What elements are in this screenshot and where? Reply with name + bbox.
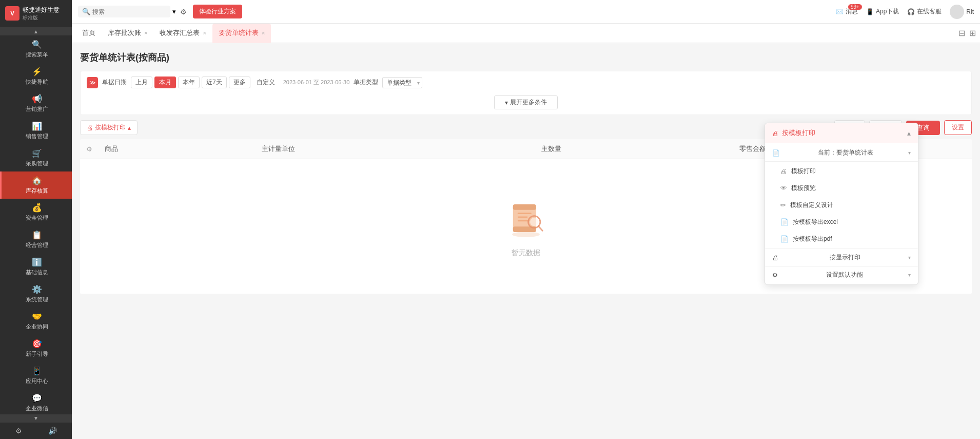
sidebar-item-collab[interactable]: 🤝 企业协同 [0, 308, 72, 335]
export-excel-item[interactable]: 📄 按模板导出excel [765, 214, 918, 231]
sidebar-item-finance[interactable]: 💰 资金管理 [0, 199, 72, 226]
sidebar-item-inventory[interactable]: 🏠 库存核算 [0, 171, 72, 199]
date-btn-thisyear[interactable]: 本年 [178, 77, 200, 88]
sidebar-item-label: 系统管理 [26, 296, 48, 303]
tab-home[interactable]: 首页 [76, 24, 102, 43]
sidebar-audio-btn[interactable]: 🔊 [48, 427, 57, 435]
sidebar-item-sales[interactable]: 📊 销售管理 [0, 117, 72, 144]
inventory-icon: 🏠 [32, 176, 42, 185]
message-btn[interactable]: ✉️ 消息 99+ [836, 7, 858, 16]
sidebar-item-label: 企业微信 [26, 405, 48, 412]
date-range-display: 2023-06-01 至 2023-06-30 [283, 79, 350, 86]
appcenter-icon: 📱 [32, 366, 42, 376]
date-btn-thismonth[interactable]: 本月 [154, 77, 176, 88]
system-icon: ⚙️ [32, 284, 42, 294]
trial-btn[interactable]: 体验行业方案 [193, 5, 242, 18]
preview-icon-item: 👁 [780, 184, 787, 192]
main-area: 🔍 ▾ ⚙ 体验行业方案 ✉️ 消息 99+ 📱 App下载 🎧 在线客服 Ri… [72, 0, 980, 439]
topbar-settings-icon[interactable]: ⚙ [180, 8, 187, 16]
date-btn-7days[interactable]: 近7天 [202, 77, 227, 88]
type-select[interactable]: 单据类型 [382, 77, 422, 88]
svg-point-0 [512, 232, 540, 237]
tab-maximize-icon[interactable]: ⊞ [969, 28, 976, 38]
expand-row: ▾ 展开更多条件 [87, 96, 965, 109]
page-title: 要货单统计表(按商品) [80, 51, 972, 64]
app-download-icon: 📱 [866, 8, 874, 15]
search-dropdown-btn[interactable]: ▾ [172, 8, 176, 15]
tab-inventory-batch[interactable]: 库存批次账 × [102, 24, 153, 43]
sidebar-item-label: 经营管理 [26, 241, 48, 249]
sidebar-settings-btn[interactable]: ⚙ [15, 427, 22, 435]
sidebar-item-system[interactable]: ⚙️ 系统管理 [0, 280, 72, 308]
date-btn-custom[interactable]: 自定义 [252, 77, 279, 88]
finance-icon: 💰 [32, 203, 42, 213]
print-dropdown-close-btn[interactable]: ▴ [907, 129, 911, 137]
search-input[interactable] [92, 8, 159, 15]
table-th-settings: ⚙ [80, 139, 99, 159]
sidebar-item-purchase[interactable]: 🛒 采购管理 [0, 144, 72, 171]
print-icon: 🖨 [87, 124, 93, 131]
sidebar-item-wechat[interactable]: 💬 企业微信 [0, 389, 72, 414]
print-template-item[interactable]: 🖨 模板打印 [765, 163, 918, 180]
sidebar-item-label: 快捷导航 [26, 78, 48, 86]
tab-close-inventory-batch[interactable]: × [144, 30, 147, 36]
sidebar-nav: 🔍 搜索菜单 ⚡ 快捷导航 📢 营销推广 📊 销售管理 🛒 采购管理 🏠 库存核… [0, 35, 72, 414]
print-custom-design-item[interactable]: ✏ 模板自定义设计 [765, 197, 918, 214]
content-area: 要货单统计表(按商品) ≫ 单据日期 上月 本月 本年 近7天 更多 自定义 2… [72, 43, 980, 439]
guide-icon: 🎯 [32, 339, 42, 349]
export-pdf-item[interactable]: 📄 按模板导出pdf [765, 231, 918, 247]
display-print-icon: 🖨 [772, 254, 778, 261]
type-filter-label: 单据类型 [354, 78, 378, 87]
sidebar-item-label: 基础信息 [26, 269, 48, 276]
sidebar-item-label: 企业协同 [26, 323, 48, 331]
sidebar-item-label: 营销推广 [26, 105, 48, 113]
svg-rect-4 [518, 213, 532, 214]
tab-close-order-stats[interactable]: × [262, 30, 265, 36]
search-icon: 🔍 [82, 8, 90, 15]
svg-point-8 [530, 218, 538, 226]
expand-more-btn[interactable]: ▾ 展开更多条件 [494, 96, 558, 109]
app-download-btn[interactable]: 📱 App下载 [866, 7, 899, 16]
quicknav-icon: ⚡ [32, 67, 42, 77]
default-settings-section[interactable]: ⚙ 设置默认功能 ▾ [765, 268, 918, 282]
tab-close-stock-summary[interactable]: × [203, 30, 206, 36]
sidebar: V 畅捷通好生意 标准版 ▲ 🔍 搜索菜单 ⚡ 快捷导航 📢 营销推广 📊 销售… [0, 0, 72, 439]
sidebar-item-marketing[interactable]: 📢 营销推广 [0, 90, 72, 117]
print-btn[interactable]: 🖨 按模板打印 ▴ [80, 120, 138, 135]
filter-expand-btn[interactable]: ≫ [87, 77, 98, 88]
display-print-chevron: ▾ [908, 255, 911, 260]
search-box: 🔍 [78, 6, 170, 17]
sidebar-item-basic[interactable]: ℹ️ 基础信息 [0, 253, 72, 280]
print-current-section[interactable]: 📄 当前：要货单统计表 ▾ [765, 145, 918, 160]
sidebar-item-appcenter[interactable]: 📱 应用中心 [0, 362, 72, 389]
sidebar-item-guide[interactable]: 🎯 新手引导 [0, 335, 72, 362]
topbar-right: ✉️ 消息 99+ 📱 App下载 🎧 在线客服 Rit [836, 5, 974, 19]
print-icon-item: 🖨 [780, 167, 787, 175]
excel-icon-item: 📄 [780, 218, 789, 226]
print-preview-item[interactable]: 👁 模板预览 [765, 180, 918, 197]
filter-bar: ≫ 单据日期 上月 本月 本年 近7天 更多 自定义 2023-06-01 至 … [80, 71, 972, 115]
settings-btn[interactable]: 设置 [944, 120, 972, 135]
tab-minimize-icon[interactable]: ⊟ [958, 28, 965, 38]
svg-rect-2 [513, 204, 536, 210]
empty-text: 暂无数据 [512, 249, 540, 258]
sidebar-item-search[interactable]: 🔍 搜索菜单 [0, 35, 72, 63]
date-btn-lastmonth[interactable]: 上月 [131, 77, 152, 88]
message-badge: 99+ [848, 4, 862, 10]
sidebar-scroll-down[interactable]: ▼ [0, 414, 72, 422]
operations-icon: 📋 [32, 230, 42, 240]
date-btn-more[interactable]: 更多 [229, 77, 250, 88]
app-name: 畅捷通好生意 标准版 [23, 6, 60, 21]
sidebar-scroll-up[interactable]: ▲ [0, 28, 72, 35]
display-print-section[interactable]: 🖨 按显示打印 ▾ [765, 250, 918, 265]
sidebar-item-operations[interactable]: 📋 经营管理 [0, 226, 72, 253]
online-service-btn[interactable]: 🎧 在线客服 [907, 7, 942, 16]
column-settings-icon[interactable]: ⚙ [86, 145, 92, 153]
user-avatar[interactable]: Rit [950, 5, 974, 19]
app-logo-icon: V [5, 6, 19, 21]
tab-order-stats[interactable]: 要货单统计表 × [212, 24, 271, 43]
tabbar: 首页 库存批次账 × 收发存汇总表 × 要货单统计表 × ⊟ ⊞ [72, 24, 980, 43]
sidebar-item-label: 搜索菜单 [26, 51, 48, 59]
tab-stock-summary[interactable]: 收发存汇总表 × [153, 24, 212, 43]
sidebar-item-quicknav[interactable]: ⚡ 快捷导航 [0, 63, 72, 90]
